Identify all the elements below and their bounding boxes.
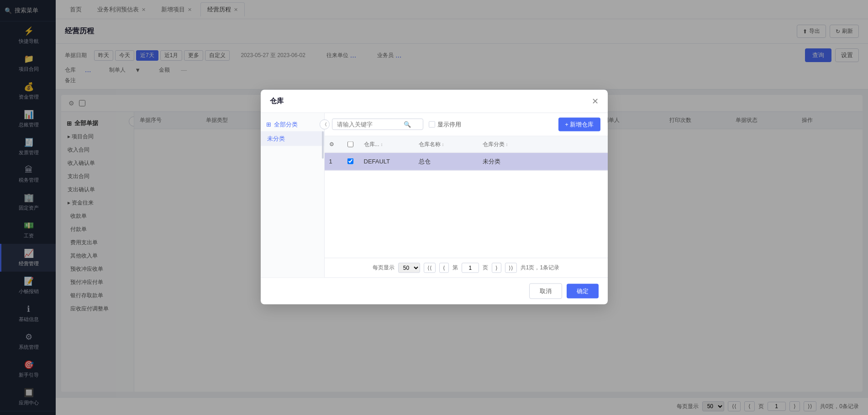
row-settings-cell: 1 [325, 152, 343, 170]
modal-footer: 取消 确定 [261, 277, 608, 304]
modal-left-panel: ⊞ 全部分类 《 未分类 [261, 113, 325, 277]
show-disabled-label: 显示停用 [437, 120, 461, 128]
mpg-page-size-select[interactable]: 50 [398, 263, 420, 273]
col-settings[interactable]: ⚙ [325, 136, 343, 152]
row-category-cell: 未分类 [478, 152, 542, 170]
modal-title: 仓库 [270, 97, 284, 105]
col-name: 仓库名称 ↕ [414, 136, 478, 152]
warehouse-modal: 仓库 ✕ ⊞ 全部分类 《 未分类 🔍 [261, 89, 608, 304]
mpg-page-size-label: 每页显示 [373, 264, 395, 272]
mpg-page-label: 第 [452, 264, 458, 272]
mpg-page-suffix: 页 [483, 264, 488, 272]
settings-col-icon: ⚙ [329, 141, 334, 147]
modal-table-header: ⚙ 仓库... ↕ 仓库名称 ↕ 仓库分类 ↕ [325, 136, 608, 152]
all-categories-label: 全部分类 [274, 120, 298, 128]
grid-icon-modal: ⊞ [266, 121, 271, 128]
modal-right-toolbar: 🔍 显示停用 + 新增仓库 [325, 113, 608, 136]
confirm-button[interactable]: 确定 [567, 284, 599, 298]
search-icon-modal: 🔍 [404, 121, 411, 128]
show-disabled-checkbox[interactable] [429, 121, 435, 127]
modal-body: ⊞ 全部分类 《 未分类 🔍 显示停用 + 新 [261, 113, 608, 277]
row-checkbox[interactable] [347, 158, 353, 164]
sort-category-icon[interactable]: ↕ [506, 142, 508, 147]
row-checkbox-cell[interactable] [343, 152, 359, 170]
sort-code-icon[interactable]: ↕ [381, 142, 383, 147]
row-name-cell: 总仓 [414, 152, 478, 170]
mpg-total-text: 共1页，1条记录 [521, 264, 559, 272]
mpg-first-btn[interactable]: ⟨⟨ [424, 263, 436, 273]
mpg-page-input[interactable] [462, 263, 479, 273]
modal-pagination: 每页显示 50 ⟨⟨ ⟨ 第 页 ⟩ ⟩⟩ 共1页，1条记录 [325, 257, 608, 277]
col-code: 仓库... ↕ [359, 136, 414, 152]
mpg-prev-btn[interactable]: ⟨ [439, 263, 449, 273]
add-warehouse-btn[interactable]: + 新增仓库 [558, 117, 600, 131]
col-name-label: 仓库名称 [419, 140, 441, 148]
table-row[interactable]: 1 DEFAULT 总仓 未分类 [325, 152, 608, 170]
cancel-button[interactable]: 取消 [529, 283, 562, 299]
mpg-last-btn[interactable]: ⟩⟩ [505, 263, 517, 273]
col-category: 仓库分类 ↕ [478, 136, 542, 152]
col-checkbox[interactable] [343, 136, 359, 152]
select-all-modal-checkbox[interactable] [347, 141, 353, 147]
left-panel-scrollbar [322, 131, 324, 158]
col-category-label: 仓库分类 [483, 140, 505, 148]
modal-left-collapse-btn[interactable]: 《 [320, 119, 330, 129]
modal-close-btn[interactable]: ✕ [592, 96, 599, 106]
modal-data-table: ⚙ 仓库... ↕ 仓库名称 ↕ 仓库分类 ↕ [325, 136, 608, 257]
modal-right-panel: 🔍 显示停用 + 新增仓库 ⚙ 仓库... ↕ [325, 113, 608, 277]
col-code-label: 仓库... [364, 140, 379, 148]
all-categories-header[interactable]: ⊞ 全部分类 [261, 117, 324, 131]
modal-header: 仓库 ✕ [261, 89, 608, 113]
uncategorized-item[interactable]: 未分类 [261, 131, 324, 146]
show-disabled-wrap: 显示停用 [429, 120, 461, 128]
sort-name-icon[interactable]: ↕ [442, 142, 444, 147]
mpg-next-btn[interactable]: ⟩ [492, 263, 501, 273]
search-wrap: 🔍 [332, 119, 423, 130]
row-code-cell: DEFAULT [359, 152, 414, 170]
warehouse-search-input[interactable] [337, 121, 401, 128]
